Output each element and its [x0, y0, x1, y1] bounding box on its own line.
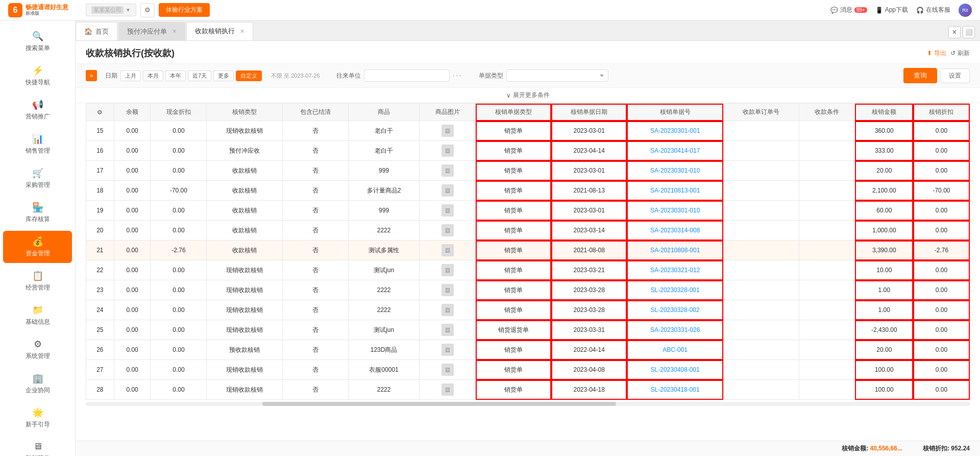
bill-no-link[interactable]: SL-20230418-001: [651, 386, 700, 393]
query-button[interactable]: 查询: [903, 68, 937, 83]
row-settled: 否: [282, 141, 348, 161]
sidebar-item-system[interactable]: ⚙ 系统管理: [3, 333, 72, 366]
bill-no-link[interactable]: SA-20230314-008: [650, 227, 700, 234]
industry-solution-button[interactable]: 休验行业方案: [159, 3, 210, 17]
tab-prepay-close[interactable]: ✕: [172, 28, 177, 35]
sidebar-item-corp[interactable]: 🏢 企业协同: [3, 368, 72, 400]
product-thumbnail: 🖼: [442, 125, 454, 137]
row-bill-no[interactable]: SL-20230408-001: [627, 360, 723, 380]
export-button[interactable]: ⬆ 导出: [927, 49, 946, 58]
row-settled: 否: [282, 360, 348, 380]
sidebar-item-purchase[interactable]: 🛒 采购管理: [3, 162, 72, 195]
row-bill-no[interactable]: SA-20230301-001: [627, 121, 723, 141]
bill-no-link[interactable]: SL-20230328-002: [651, 306, 700, 314]
row-bill-date: 2023-04-14: [551, 141, 627, 161]
app-download[interactable]: 📱 App下载: [875, 6, 908, 14]
user-info[interactable]: Rit: [959, 4, 972, 17]
row-bill-no[interactable]: SL-20230328-002: [627, 300, 723, 320]
tab-home[interactable]: 🏠 首页: [76, 22, 117, 40]
row-bill-date: 2023-03-01: [551, 201, 627, 221]
row-bill-no[interactable]: SA-20230414-017: [627, 141, 723, 161]
sidebar-item-quick-nav[interactable]: ⚡ 快捷导航: [3, 60, 72, 92]
tab-receipt[interactable]: 收款核销执行 ✕: [186, 22, 253, 40]
filter-expand-button[interactable]: »: [86, 70, 97, 81]
sidebar-item-inventory[interactable]: 🏪 库存核算: [3, 197, 72, 229]
bill-no-link[interactable]: SA-20230414-017: [650, 147, 700, 154]
row-receipt-no: [723, 121, 799, 141]
company-selector[interactable]: 某某某公司 ▼: [86, 4, 136, 16]
basic-icon: 📁: [32, 304, 43, 316]
date-this-month[interactable]: 本月: [143, 70, 163, 81]
bill-no-link[interactable]: SA-20230301-001: [650, 127, 700, 134]
gear-button[interactable]: ⚙: [140, 3, 155, 17]
message-icon: 💬: [830, 7, 838, 14]
row-bill-no[interactable]: ABC-001: [627, 340, 723, 360]
app-icon: 📱: [875, 7, 883, 14]
date-more[interactable]: 更多: [213, 70, 234, 81]
bill-no-link[interactable]: SA-20210808-001: [650, 247, 700, 254]
sidebar-item-marketing[interactable]: 📢 营销推广: [3, 94, 72, 126]
bill-no-link[interactable]: ABC-001: [663, 346, 688, 353]
row-bill-no[interactable]: SA-20230301-010: [627, 201, 723, 221]
row-bill-no[interactable]: SL-20230418-001: [627, 380, 723, 400]
bill-no-link[interactable]: SA-20230331-026: [650, 326, 700, 333]
row-amount: 100.00: [855, 380, 913, 400]
chevron-down-icon: ▼: [126, 7, 131, 13]
settings-button[interactable]: 设置: [940, 68, 970, 83]
expand-more-button[interactable]: ∨ 展开更多条件: [506, 91, 550, 100]
row-product: 2222: [348, 380, 420, 400]
row-type: 现销收款核销: [207, 380, 282, 400]
message-badge[interactable]: 💬 消息 99+: [830, 6, 867, 14]
bill-no-link[interactable]: SL-20230408-001: [651, 366, 700, 373]
sidebar-item-basic[interactable]: 📁 基础信息: [3, 299, 72, 331]
row-settled: 否: [282, 300, 348, 320]
online-service[interactable]: 🎧 在线客服: [916, 6, 950, 14]
row-settled: 否: [282, 380, 348, 400]
sidebar-item-business[interactable]: 📋 经营管理: [3, 265, 72, 297]
row-amount: 100.00: [855, 360, 913, 380]
row-settled: 否: [282, 241, 348, 260]
sidebar-item-search[interactable]: 🔍 搜索菜单: [3, 26, 72, 58]
row-receipt-cond: [799, 300, 855, 320]
tab-receipt-close[interactable]: ✕: [240, 28, 244, 35]
row-bill-no[interactable]: SA-20230321-012: [627, 260, 723, 280]
bill-no-link[interactable]: SA-20210813-001: [650, 187, 700, 194]
date-last-month[interactable]: 上月: [120, 70, 141, 81]
sidebar-item-sales[interactable]: 📊 销售管理: [3, 128, 72, 160]
partner-input[interactable]: [364, 69, 450, 82]
col-gear[interactable]: ⚙: [86, 104, 114, 121]
tab-close-btn[interactable]: ✕: [948, 26, 961, 38]
sidebar-item-guide[interactable]: 🌟 新手引导: [3, 402, 72, 434]
row-type: 现销收款核销: [207, 360, 282, 380]
sidebar-item-hardware[interactable]: 🖥 智能硬件: [3, 436, 72, 456]
row-bill-no[interactable]: SA-20230314-008: [627, 221, 723, 241]
bill-no-link[interactable]: SA-20230301-010: [650, 207, 700, 214]
bill-no-link[interactable]: SA-20230321-012: [650, 267, 700, 274]
sidebar-item-finance[interactable]: 💰 资金管理: [3, 231, 72, 263]
row-bill-no[interactable]: SA-20230331-026: [627, 320, 723, 340]
refresh-button[interactable]: ↺ 刷新: [950, 49, 970, 58]
row-bill-date: 2023-03-14: [551, 221, 627, 241]
row-product: 测试jun: [348, 260, 420, 280]
tab-maximize-btn[interactable]: ⬜: [963, 26, 975, 38]
bill-type-select[interactable]: [506, 69, 608, 82]
table-row: 15 0.00 0.00 现销收款核销 否 老白干 🖼 销货单 2023-03-…: [86, 121, 970, 141]
logo-text: 畅捷通谱好生意: [26, 4, 68, 11]
bill-no-link[interactable]: SA-20230301-010: [650, 167, 700, 174]
row-type: 预收款核销: [207, 340, 282, 360]
date-this-year[interactable]: 本年: [165, 70, 186, 81]
row-bill-no[interactable]: SA-20230301-010: [627, 161, 723, 181]
row-no: 24: [86, 300, 114, 320]
row-bill-no[interactable]: SA-20210808-001: [627, 241, 723, 260]
date-custom[interactable]: 自定义: [236, 70, 262, 81]
chevron-down-icon: ∨: [506, 92, 511, 99]
marketing-icon: 📢: [32, 99, 43, 110]
date-7days[interactable]: 近7天: [188, 70, 211, 81]
bill-no-link[interactable]: SL-20230328-001: [651, 286, 700, 294]
row-bill-no[interactable]: SL-20230328-001: [627, 280, 723, 300]
tab-prepay[interactable]: 预付冲应付单 ✕: [118, 22, 185, 40]
row-bill-no[interactable]: SA-20210813-001: [627, 181, 723, 201]
product-thumbnail: 🖼: [442, 324, 454, 336]
footer-total-amount: 核销金额: 40,556,66...: [842, 444, 902, 453]
row-balance: 0.00: [114, 141, 151, 161]
